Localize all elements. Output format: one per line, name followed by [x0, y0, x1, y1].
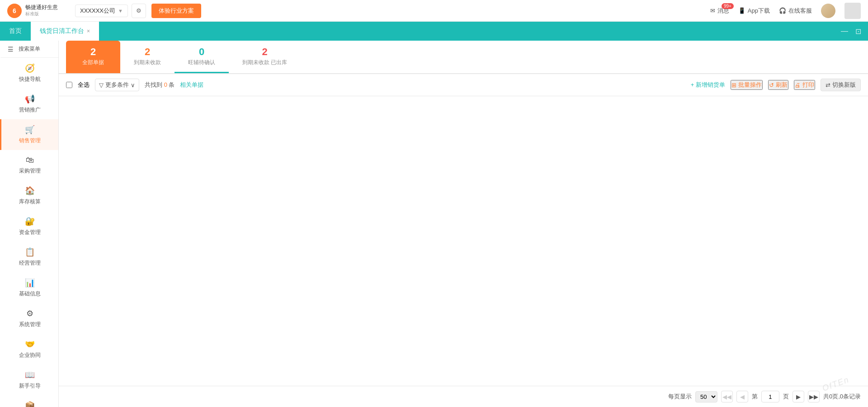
lock-icon: 🔐	[25, 216, 35, 226]
company-selector[interactable]: XXXXXX公司 ▼	[75, 5, 128, 17]
count-text: 共找到 0 条	[145, 81, 175, 89]
page-number-input[interactable]	[761, 391, 779, 402]
print-button[interactable]: 🖨 打印	[794, 80, 815, 90]
print-icon: 🖨	[795, 82, 801, 89]
sidebar-marketing-label: 营销推广	[19, 106, 41, 114]
sidebar-item-marketing[interactable]: 📢 营销推广	[0, 89, 58, 119]
count-value: 0	[164, 81, 167, 88]
sidebar-item-sales[interactable]: 🛒 销售管理	[0, 119, 58, 150]
tab-minimize-button[interactable]: —	[839, 26, 850, 37]
filter-button[interactable]: ▽ 更多条件 ∨	[95, 79, 139, 91]
batch-label: 批量操作	[738, 81, 762, 89]
sidebar-item-search-menu[interactable]: ☰ 搜索菜单	[0, 41, 58, 58]
stat-all-number: 2	[90, 46, 96, 58]
user-menu-button[interactable]	[844, 3, 861, 19]
batch-operation-button[interactable]: ⊞ 批量操作	[731, 80, 763, 90]
count-prefix: 共找到	[145, 81, 162, 88]
stat-tab-wangfu[interactable]: 0 旺辅待确认	[175, 41, 229, 73]
trial-button[interactable]: 体验行业方案	[151, 4, 201, 18]
box-icon: 📦	[25, 401, 35, 407]
sidebar-item-finance[interactable]: 🔐 资金管理	[0, 211, 58, 242]
table-area	[59, 96, 868, 386]
tab-home[interactable]: 首页	[0, 22, 31, 41]
filter-arrow-icon: ∨	[131, 82, 135, 89]
sidebar-sales-label: 销售管理	[19, 137, 41, 145]
stat-wangfu-label: 旺辅待确认	[188, 59, 215, 66]
last-page-button[interactable]: ▶▶	[808, 391, 820, 402]
settings-button[interactable]: ⚙	[132, 4, 146, 18]
app-download-button[interactable]: 📱 App下载	[738, 7, 770, 15]
sidebar-item-guide[interactable]: 📖 新手引导	[0, 365, 58, 395]
dropdown-arrow-icon: ▼	[118, 8, 123, 14]
sidebar-item-quick-nav[interactable]: 🧭 快捷导航	[0, 58, 58, 89]
app-download-label: App下载	[748, 7, 770, 15]
company-name: XXXXXX公司	[80, 7, 115, 15]
add-sales-button[interactable]: + 新增销货单	[691, 81, 725, 89]
sidebar-item-purchase[interactable]: 🛍 采购管理	[0, 150, 58, 180]
toolbar-right: + 新增销货单 ⊞ 批量操作 ↺ 刷新 🖨 打印 ⇄ 切换新版	[691, 79, 861, 91]
message-icon: ✉	[710, 7, 715, 14]
page-label: 第	[752, 393, 758, 401]
sidebar-item-basic-info[interactable]: 📊 基础信息	[0, 272, 58, 303]
sidebar: ☰ 搜索菜单 🧭 快捷导航 📢 营销推广 🛒 销售管理 🛍 采购管理 🏠 库存核…	[0, 41, 59, 407]
sidebar-item-app-center[interactable]: 📦 应用中心	[0, 395, 58, 407]
switch-label: 切换新版	[832, 81, 856, 89]
tab-work-station[interactable]: 钱货日清工作台 ×	[31, 22, 99, 41]
stat-shipped-label: 到期未收款 已出库	[242, 59, 287, 66]
sidebar-inventory-label: 库存核算	[19, 198, 41, 206]
select-all-checkbox[interactable]	[66, 82, 72, 88]
top-header: 6 畅捷通好生意 标准版 XXXXXX公司 ▼ ⚙ 体验行业方案 ✉ 消息 99…	[0, 0, 868, 22]
next-page-button[interactable]: ▶	[793, 391, 804, 402]
total-records-label: 共0页,0条记录	[823, 393, 861, 401]
stat-all-label: 全部单据	[82, 59, 104, 66]
page-suffix: 页	[783, 393, 789, 401]
refresh-button[interactable]: ↺ 刷新	[768, 80, 788, 90]
count-unit: 条	[169, 81, 175, 88]
filter-icon: ▽	[99, 82, 104, 89]
sidebar-item-enterprise[interactable]: 🤝 企业协同	[0, 334, 58, 365]
sidebar-item-operations[interactable]: 📋 经营管理	[0, 242, 58, 272]
first-page-button[interactable]: ◀◀	[721, 391, 733, 402]
pagination: 每页显示 50 ◀◀ ◀ 第 页 ▶ ▶▶ 共0页,0条记录	[59, 386, 868, 407]
logo-subtitle: 标准版	[25, 11, 58, 17]
stat-tab-all[interactable]: 2 全部单据	[66, 41, 120, 73]
user-avatar[interactable]	[821, 4, 835, 18]
megaphone-icon: 📢	[25, 94, 35, 104]
compass-icon: 🧭	[25, 63, 35, 73]
logo-icon: 6	[7, 4, 22, 18]
stat-wangfu-number: 0	[199, 46, 204, 58]
logo-title: 畅捷通好生意	[25, 4, 58, 11]
sidebar-item-inventory[interactable]: 🏠 库存核算	[0, 180, 58, 211]
prev-page-button[interactable]: ◀	[736, 391, 748, 402]
clipboard-icon: 📋	[25, 247, 35, 257]
per-page-select[interactable]: 50	[695, 391, 717, 402]
select-all-label: 全选	[78, 81, 90, 89]
content-area: 2 全部单据 2 到期未收款 0 旺辅待确认 2 到期未收款 已出库 全选	[59, 41, 868, 407]
sidebar-purchase-label: 采购管理	[19, 167, 41, 175]
batch-icon: ⊞	[731, 82, 736, 89]
tab-home-label: 首页	[9, 27, 22, 35]
tab-maximize-button[interactable]: ⊡	[853, 26, 863, 37]
switch-version-button[interactable]: ⇄ 切换新版	[821, 79, 861, 91]
logo-text-block: 畅捷通好生意 标准版	[25, 4, 58, 18]
switch-icon: ⇄	[826, 82, 830, 89]
stat-shipped-number: 2	[262, 46, 268, 58]
stat-overdue-number: 2	[145, 46, 150, 58]
sidebar-guide-label: 新手引导	[19, 382, 41, 390]
sidebar-operations-label: 经营管理	[19, 259, 41, 267]
related-orders-link[interactable]: 相关单据	[180, 81, 203, 89]
tab-close-icon[interactable]: ×	[87, 28, 90, 34]
shopping-icon: 🛍	[26, 155, 34, 165]
messages-button[interactable]: ✉ 消息 99+	[710, 7, 729, 15]
sidebar-basic-info-label: 基础信息	[19, 290, 41, 298]
stat-tab-shipped[interactable]: 2 到期未收款 已出库	[229, 41, 301, 73]
sidebar-item-system[interactable]: ⚙ 系统管理	[0, 303, 58, 334]
tab-workstation-label: 钱货日清工作台	[40, 27, 84, 35]
online-service-button[interactable]: 🎧 在线客服	[779, 7, 812, 15]
stat-tab-overdue[interactable]: 2 到期未收款	[120, 41, 175, 73]
filter-label: 更多条件	[105, 81, 129, 89]
refresh-icon: ↺	[769, 82, 774, 89]
online-service-label: 在线客服	[788, 7, 812, 15]
stat-overdue-label: 到期未收款	[134, 59, 161, 66]
print-label: 打印	[802, 81, 814, 89]
